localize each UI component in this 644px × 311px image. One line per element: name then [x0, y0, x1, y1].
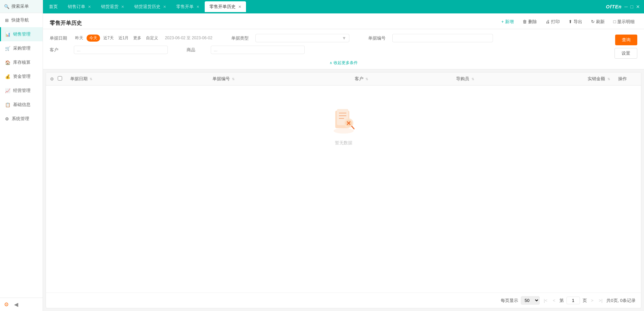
print-button[interactable]: 🖨 打印	[543, 17, 563, 26]
sidebar-item-basic-info[interactable]: 📋 基础信息	[0, 98, 43, 112]
sidebar-item-label: 采购管理	[13, 45, 31, 51]
add-button[interactable]: + 新增	[499, 17, 516, 26]
settings-icon[interactable]: ⚙	[4, 301, 9, 308]
sidebar-item-inventory[interactable]: 🏠 库存核算	[0, 55, 43, 69]
sidebar: 🔍 搜索采单 ⊞ 快捷导航 📊 销售管理 🛒 采购管理 🏠 库存核算 💰 资金管…	[0, 0, 43, 311]
product-filter-select[interactable]: ...	[211, 46, 305, 54]
date-custom[interactable]: 自定义	[145, 35, 159, 42]
toolbar: + 新增 🗑 删除 🖨 打印 ⬆ 导出 ↻ 刷新 □ 显示明细	[499, 17, 637, 29]
tab-retail-open[interactable]: 零售开单 ✕	[171, 1, 204, 12]
number-filter-input[interactable]	[392, 34, 493, 42]
sidebar-item-purchase-mgmt[interactable]: 🛒 采购管理	[0, 41, 43, 55]
sort-guide-icon[interactable]: ⇅	[472, 77, 474, 81]
col-amount-label: 实销金额	[588, 76, 605, 81]
table-container: ⚙ 单据日期 ⇅ 单据编号 ⇅	[46, 72, 641, 308]
chevron-up-icon: ∧	[330, 61, 332, 65]
number-filter-label: 单据编号	[368, 35, 387, 41]
date-1month[interactable]: 近1月	[117, 35, 130, 42]
purchase-mgmt-icon: 🛒	[5, 46, 10, 51]
tab-sales-return-history[interactable]: 销货退货历史 ✕	[130, 1, 171, 12]
product-filter-label: 商品	[187, 47, 205, 53]
date-today[interactable]: 今天	[87, 35, 100, 42]
sidebar-item-label: 销售管理	[13, 31, 31, 37]
tab-retail-open-label: 零售开单	[176, 4, 194, 10]
sidebar-search[interactable]: 🔍 搜索采单	[0, 0, 43, 13]
tab-retail-open-close[interactable]: ✕	[196, 5, 199, 9]
svg-point-0	[334, 128, 354, 134]
sort-customer-icon[interactable]: ⇅	[365, 77, 368, 81]
tab-sales-return[interactable]: 销货退货 ✕	[96, 1, 129, 12]
sort-number-icon[interactable]: ⇅	[232, 77, 235, 81]
date-yesterday[interactable]: 昨天	[74, 35, 85, 42]
tab-retail-open-history[interactable]: 零售开单历史 ✕	[205, 1, 246, 12]
date-7days[interactable]: 近7天	[102, 35, 115, 42]
sidebar-item-label: 快捷导航	[11, 17, 29, 23]
sidebar-item-sys-mgmt[interactable]: ⚙ 系统管理	[0, 112, 43, 126]
delete-button[interactable]: 🗑 删除	[520, 17, 540, 26]
page-first-btn[interactable]: |<	[542, 297, 549, 304]
finance-icon: 💰	[5, 74, 10, 79]
customer-filter-select[interactable]: ...	[74, 46, 168, 54]
settings-button[interactable]: 设置	[614, 48, 637, 59]
tab-home-label: 首页	[49, 4, 58, 10]
refresh-button[interactable]: ↻ 刷新	[588, 17, 607, 26]
col-customer-label: 客户	[355, 76, 363, 81]
maximize-btn[interactable]: □	[631, 4, 633, 9]
collapse-bar[interactable]: ∧ 收起更多条件	[50, 59, 637, 66]
sidebar-item-label: 系统管理	[12, 116, 29, 122]
export-button[interactable]: ⬆ 导出	[566, 17, 585, 26]
page-input[interactable]	[566, 297, 580, 304]
query-button[interactable]: 查询	[615, 35, 637, 45]
date-filter-label: 单据日期	[50, 35, 68, 41]
minimize-btn[interactable]: ─	[625, 4, 628, 9]
window-controls: OfTEn ─ □ ✕	[606, 4, 644, 9]
date-more[interactable]: 更多	[132, 35, 143, 42]
sort-date-icon[interactable]: ⇅	[90, 77, 92, 81]
sidebar-search-label: 搜索采单	[11, 3, 29, 9]
content-area: 零售开单历史 + 新增 🗑 删除 🖨 打印 ⬆ 导出 ↻ 刷新 □ 显示明细 单…	[43, 13, 644, 311]
sidebar-item-sales-mgmt[interactable]: 📊 销售管理	[0, 27, 43, 41]
sidebar-nav: ⊞ 快捷导航 📊 销售管理 🛒 采购管理 🏠 库存核算 💰 资金管理 📈 经营管…	[0, 13, 43, 298]
page-next-btn[interactable]: >	[590, 297, 595, 304]
close-btn[interactable]: ✕	[636, 4, 640, 9]
display-button[interactable]: □ 显示明细	[611, 17, 637, 26]
page-last-btn[interactable]: >|	[597, 297, 604, 304]
table-header-checkbox: ⚙	[46, 72, 66, 86]
col-date: 单据日期 ⇅	[66, 72, 208, 86]
col-guide: 导购员 ⇅	[452, 72, 574, 86]
tab-sales-return-close[interactable]: ✕	[121, 5, 124, 9]
filter-row-customer: 客户 ... 商品 ...	[50, 46, 603, 54]
pagination: 每页显示 50 100 200 |< < 第 页 > >| 共0页, 0条记录	[46, 293, 641, 308]
tab-sales-order-label: 销售订单	[68, 4, 85, 10]
page-prev-btn[interactable]: <	[551, 297, 557, 304]
tab-sales-return-label: 销货退货	[101, 4, 118, 10]
page-label: 页	[583, 298, 587, 304]
quick-nav-icon: ⊞	[5, 18, 9, 23]
sort-amount-icon[interactable]: ⇅	[607, 77, 610, 81]
col-action: 操作	[614, 72, 641, 86]
tab-retail-open-history-close[interactable]: ✕	[238, 5, 241, 9]
sidebar-item-operations[interactable]: 📈 经营管理	[0, 84, 43, 98]
svg-line-10	[352, 126, 354, 129]
type-filter-label: 单据类型	[231, 35, 250, 41]
select-all-checkbox[interactable]	[58, 76, 62, 81]
sales-mgmt-icon: 📊	[5, 32, 10, 37]
gear-icon[interactable]: ⚙	[50, 76, 54, 82]
sidebar-item-quick-nav[interactable]: ⊞ 快捷导航	[0, 13, 43, 27]
tab-retail-open-history-label: 零售开单历史	[209, 4, 236, 10]
brand-label: OfTEn	[606, 4, 622, 9]
empty-icon	[329, 106, 359, 136]
tab-sales-order[interactable]: 销售订单 ✕	[63, 1, 96, 12]
tab-sales-return-history-close[interactable]: ✕	[163, 5, 166, 9]
col-customer: 客户 ⇅	[351, 72, 452, 86]
tab-home[interactable]: 首页	[44, 1, 62, 12]
per-page-select[interactable]: 50 100 200	[521, 296, 540, 305]
collapse-sidebar-icon[interactable]: ◀	[14, 301, 18, 308]
sidebar-item-label: 资金管理	[13, 73, 31, 80]
type-filter-select[interactable]: ▼	[255, 34, 349, 42]
table-header-row: ⚙ 单据日期 ⇅ 单据编号 ⇅	[46, 72, 641, 86]
per-page-label: 每页显示	[501, 298, 518, 304]
col-amount: 实销金额 ⇅	[574, 72, 614, 86]
tab-sales-order-close[interactable]: ✕	[88, 5, 91, 9]
sidebar-item-finance[interactable]: 💰 资金管理	[0, 69, 43, 84]
